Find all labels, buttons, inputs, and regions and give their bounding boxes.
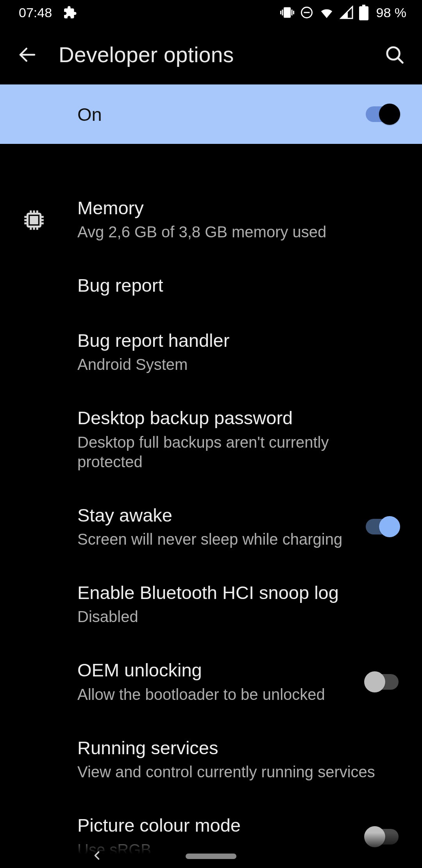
page-title: Developer options — [59, 42, 234, 67]
setting-title: Running services — [77, 737, 389, 759]
battery-icon — [359, 5, 368, 20]
do-not-disturb-icon — [300, 5, 314, 20]
wifi-icon — [319, 5, 334, 20]
setting-bluetooth-hci-snoop[interactable]: Enable Bluetooth HCI snoop log Disabled — [0, 565, 422, 643]
setting-desktop-backup-password[interactable]: Desktop backup password Desktop full bac… — [0, 391, 422, 488]
setting-bug-report-handler[interactable]: Bug report handler Android System — [0, 313, 422, 391]
setting-title: Enable Bluetooth HCI snoop log — [77, 582, 389, 604]
setting-title: Stay awake — [77, 504, 356, 526]
back-button[interactable] — [16, 43, 39, 66]
master-toggle-switch[interactable] — [366, 106, 399, 122]
setting-title: Bug report — [77, 274, 389, 296]
search-icon — [384, 44, 405, 65]
setting-subtitle: Screen will never sleep while charging — [77, 529, 356, 549]
setting-title: Memory — [77, 197, 389, 219]
setting-memory[interactable]: Memory Avg 2,6 GB of 3,8 GB memory used — [0, 181, 422, 258]
stay-awake-switch[interactable] — [366, 519, 399, 534]
chevron-left-icon — [90, 848, 104, 863]
setting-subtitle: Desktop full backups aren't currently pr… — [77, 432, 389, 472]
setting-title: OEM unlocking — [77, 659, 356, 681]
svg-line-4 — [398, 58, 402, 63]
svg-rect-6 — [31, 217, 38, 224]
cell-signal-icon — [340, 5, 354, 20]
extension-icon — [63, 5, 77, 20]
arrow-back-icon — [17, 44, 38, 65]
picture-colour-mode-switch[interactable] — [366, 829, 399, 845]
oem-unlocking-switch[interactable] — [366, 674, 399, 690]
setting-running-services[interactable]: Running services View and control curren… — [0, 721, 422, 798]
setting-stay-awake[interactable]: Stay awake Screen will never sleep while… — [0, 488, 422, 565]
vibrate-icon — [280, 5, 294, 20]
setting-bug-report[interactable]: Bug report — [0, 258, 422, 313]
setting-subtitle: Allow the bootloader to be unlocked — [77, 685, 356, 704]
setting-title: Desktop backup password — [77, 407, 389, 429]
setting-subtitle: Android System — [77, 355, 389, 374]
setting-title: Bug report handler — [77, 330, 389, 352]
status-battery-percent: 98 % — [376, 5, 407, 20]
setting-subtitle: View and control currently running servi… — [77, 762, 389, 782]
setting-oem-unlocking[interactable]: OEM unlocking Allow the bootloader to be… — [0, 643, 422, 720]
setting-subtitle: Avg 2,6 GB of 3,8 GB memory used — [77, 222, 389, 242]
setting-subtitle: Disabled — [77, 607, 389, 626]
master-toggle-label: On — [77, 104, 102, 125]
setting-title: Picture colour mode — [77, 814, 356, 836]
status-bar: 07:48 98 % — [0, 0, 422, 25]
navigation-bar — [0, 845, 422, 868]
search-button[interactable] — [383, 43, 406, 66]
nav-back-button[interactable] — [90, 848, 104, 864]
status-time: 07:48 — [19, 5, 52, 20]
nav-home-pill[interactable] — [186, 854, 236, 859]
master-toggle-banner[interactable]: On — [0, 84, 422, 144]
memory-icon — [21, 207, 47, 233]
app-bar: Developer options — [0, 25, 422, 84]
settings-list: Memory Avg 2,6 GB of 3,8 GB memory used … — [0, 144, 422, 868]
